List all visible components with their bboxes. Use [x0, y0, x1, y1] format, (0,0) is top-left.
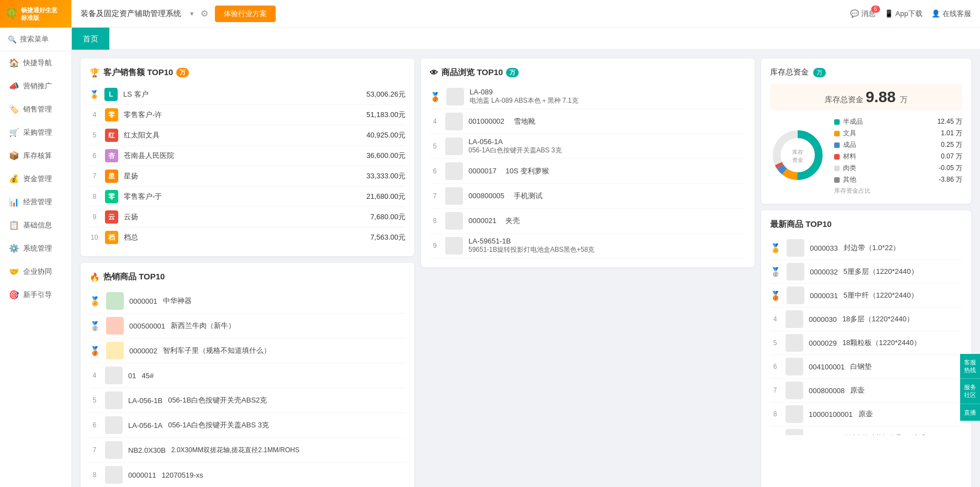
system-title: 装备及固定资产辅助管理系统 — [81, 9, 181, 19]
legend-value: -3.86 万 — [939, 175, 962, 184]
trophy-icon: 🏆 — [89, 68, 100, 78]
inventory-amount-label: 库存总资金 — [825, 95, 866, 104]
sidebar-item-inventory[interactable]: 📦 库存核算 — [0, 144, 71, 167]
finance-icon: 💰 — [9, 174, 19, 184]
product-thumbnail — [445, 187, 463, 205]
product-info: LA-056-1A 056-1A白色按键开关盖ABS 3克 — [468, 137, 746, 155]
customer-amount: 36,600.00元 — [366, 151, 405, 161]
notification-button[interactable]: 💬 消息 6 — [850, 9, 876, 19]
sidebar-item-collab[interactable]: 🤝 企业协同 — [0, 260, 71, 283]
rank-number: 5 — [770, 339, 780, 347]
legend-item-meat: 肉类 -0.05 万 — [834, 163, 962, 173]
viewed-product-item: 4 001000002 雪地靴 — [430, 109, 746, 134]
purchase-icon: 🛒 — [9, 128, 19, 137]
customer-amount: 40,925.00元 — [366, 130, 405, 140]
medal-gold-icon: 🏅 — [770, 243, 781, 253]
sidebar-item-navigation[interactable]: 🏠 快捷导航 — [0, 51, 71, 75]
viewed-products-title: 👁 商品浏览 TOP10 万 — [430, 67, 746, 78]
customer-name: 云扬 — [124, 212, 365, 222]
sidebar-item-purchase[interactable]: 🛒 采购管理 — [0, 121, 71, 144]
list-item: 7 星 星扬 33,333.00元 — [89, 166, 405, 187]
rank-number: 9 — [89, 213, 99, 221]
rank-number: 8 — [89, 471, 99, 479]
customer-avatar: 零 — [105, 108, 118, 121]
system-icon: ⚙️ — [9, 244, 19, 253]
hot-products-card: 🔥 热销商品 TOP10 🏅 0000001 中华神器 🥈 000500001 … — [81, 263, 414, 487]
float-btn-live[interactable]: 直播 — [960, 404, 980, 421]
service-icon: 👤 — [931, 9, 940, 18]
customer-top10-title: 🏆 客户销售额 TOP10 万 — [89, 67, 405, 78]
legend-dot — [834, 177, 840, 183]
tab-home[interactable]: 首页 — [72, 28, 109, 50]
product-name: 白钢垫 — [850, 362, 872, 372]
legend-name: 其他 — [843, 175, 935, 184]
online-service-button[interactable]: 👤 在线客服 — [931, 9, 971, 19]
app-download-button[interactable]: 📱 App下载 — [884, 9, 923, 19]
navigation-icon: 🏠 — [9, 58, 19, 68]
medal-gold-icon: 🏅 — [89, 296, 101, 306]
donut-legend: 半成品 12.45 万 文具 1.01 万 成品 0.25 万 — [834, 117, 962, 195]
legend-item-material: 材料 0.07 万 — [834, 152, 962, 161]
product-code: 0000030 — [809, 315, 837, 324]
trial-button[interactable]: 体验行业方案 — [215, 6, 276, 22]
float-btn-community[interactable]: 服务社区 — [960, 378, 980, 404]
sidebar-item-sales[interactable]: 🏷️ 销售管理 — [0, 98, 71, 121]
product-code: 0000017 — [468, 167, 504, 175]
legend-name: 成品 — [843, 140, 937, 150]
rank-number: 4 — [770, 315, 780, 323]
product-thumbnail — [786, 334, 803, 352]
product-name: 体城嘉枝味苏打饮品400毫升（1*15） — [842, 433, 953, 436]
customer-top10-label: 客户销售额 TOP10 — [103, 67, 173, 78]
product-code: 000800005 — [468, 192, 512, 200]
product-code: 0000032 — [810, 268, 838, 276]
new-product-item: 🥉 0000031 5厘中纤（1220*2440） — [770, 284, 962, 308]
sidebar-item-basics[interactable]: 📋 基础信息 — [0, 214, 71, 237]
float-btn-service[interactable]: 客服热线 — [960, 354, 980, 379]
legend-value: 1.01 万 — [941, 129, 962, 138]
product-name: 智利车子里（规格不知道填什么） — [163, 346, 271, 356]
product-list-item: 5 LA-056-1B 056-1B白色按键开关壳ABS2克 — [89, 388, 405, 413]
new-product-item: 8 10000100001 原壶 — [770, 403, 962, 426]
product-thumbnail — [445, 212, 463, 230]
viewed-product-item: 9 LA-59651-1B 59651-1B旋转投影灯电池盒ABS黑色+58克 — [430, 234, 746, 258]
app-name-container: 畅捷通好生意 标准版 — [21, 6, 57, 22]
notification-badge: 6 — [871, 6, 880, 13]
notification-icon: 💬 — [850, 9, 859, 18]
sidebar-item-sales-label: 销售管理 — [23, 104, 52, 114]
sidebar-item-finance[interactable]: 💰 资金管理 — [0, 167, 71, 190]
product-code: NB2.0X30B — [128, 446, 166, 454]
donut-chart: 库存资金 — [770, 128, 825, 184]
sidebar-item-marketing[interactable]: 📣 营销推广 — [0, 75, 71, 98]
product-name: 5厘多层（1220*2440） — [844, 267, 918, 277]
logo-icon: 🍀 — [6, 8, 18, 20]
product-info: LA-089 电池盖 LA-089 ABS本色＋黑种 7.1克 — [470, 88, 746, 105]
view-icon: 👁 — [430, 68, 438, 77]
online-service-label: 在线客服 — [942, 9, 971, 19]
product-info: 0000021 夹壳 — [468, 216, 746, 226]
legend-dot — [834, 119, 840, 125]
marketing-icon: 📣 — [9, 81, 19, 91]
dropdown-arrow-icon[interactable]: ▾ — [190, 9, 194, 18]
fire-icon: 🔥 — [89, 272, 100, 282]
right-panel: 库存总资金 万 库存总资金 9.88 万 — [761, 59, 971, 487]
settings-icon[interactable]: ⚙ — [201, 8, 208, 19]
legend-item-other: 其他 -3.86 万 — [834, 175, 962, 184]
search-menu-button[interactable]: 🔍 搜索菜单 — [6, 32, 66, 46]
product-thumbnail — [786, 382, 803, 399]
product-code: 000500001 — [129, 322, 165, 330]
product-name: 电池盖 LA-089 ABS本色＋黑种 7.1克 — [470, 96, 746, 105]
sidebar-item-operations[interactable]: 📊 经营管理 — [0, 190, 71, 214]
sidebar-item-guide[interactable]: 🎯 新手引导 — [0, 283, 71, 306]
medal-gold-icon: 🏅 — [89, 90, 99, 99]
medal-bronze-icon: 🥉 — [770, 290, 781, 301]
customer-amount: 51,183.00元 — [366, 110, 405, 120]
customer-name: 零售客户-于 — [124, 192, 361, 202]
nav-tabs: 首页 — [72, 28, 980, 50]
sidebar-item-system[interactable]: ⚙️ 系统管理 — [0, 237, 71, 260]
customer-avatar: 档 — [105, 231, 118, 244]
topbar-right: 💬 消息 6 📱 App下载 👤 在线客服 — [850, 9, 971, 19]
rank-number: 5 — [430, 142, 440, 150]
new-product-item: 🥈 0000032 5厘多层（1220*2440） — [770, 260, 962, 284]
product-name: 45# — [141, 372, 154, 380]
inventory-title: 库存总资金 — [770, 67, 809, 77]
